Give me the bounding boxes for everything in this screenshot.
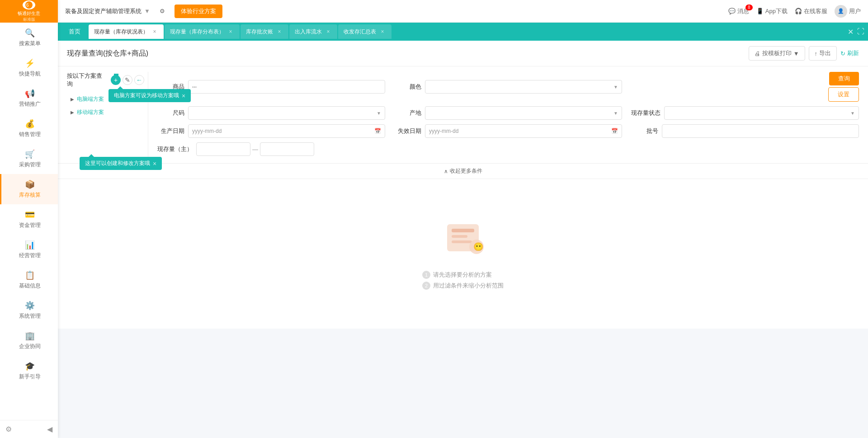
tab-label-5: 收发存汇总表: [344, 28, 376, 36]
query-header: 按以下方案查询 + ✎ ←: [67, 72, 144, 88]
header-right: 💬 消息 8 📱 App下载 🎧 在线客服 👤 用户: [728, 5, 861, 18]
filter-label-origin: 产地: [394, 109, 421, 117]
sidebar-item-inventory[interactable]: 📦 库存核算: [0, 174, 58, 204]
inventory-icon: 📦: [25, 179, 35, 189]
filter-select-goods[interactable]: ···: [188, 80, 385, 94]
tab-bar: 首页 现存量（库存状况表） × 现存量（库存分布表） × 库存批次账 × 出入库…: [58, 23, 868, 41]
sidebar-item-label-purchase: 采购管理: [19, 161, 41, 169]
tab-item-2[interactable]: 现存量（库存分布表） ×: [165, 24, 240, 39]
app-download-btn[interactable]: 📱 App下载: [756, 7, 788, 15]
filter-item-batch: 批号: [631, 124, 859, 138]
sidebar-item-label-search: 搜索菜单: [19, 40, 41, 47]
filter-content: 商品 ··· 颜色 ▼: [148, 72, 859, 158]
filter-range-sep: —: [252, 146, 258, 153]
sidebar-item-system[interactable]: ⚙️ 系统管理: [0, 295, 58, 325]
filter-size-arrow: ▼: [377, 111, 381, 116]
tab-close-3[interactable]: ×: [276, 28, 283, 35]
header-left: 装备及固定资产辅助管理系统 ▼ ⚙ 体验行业方案: [65, 5, 222, 18]
create-tooltip-close[interactable]: ×: [153, 160, 156, 167]
filter-date-prod[interactable]: yyyy-mm-dd 📅: [188, 124, 385, 138]
sidebar-item-purchase[interactable]: 🛒 采购管理: [0, 144, 58, 174]
sidebar-item-quick[interactable]: ⚡ 快捷导航: [0, 53, 58, 83]
purchase-icon: 🛒: [25, 149, 35, 159]
collapse-bar[interactable]: ∧ 收起更多条件: [58, 164, 868, 179]
tab-item-4[interactable]: 出入库流水 ×: [289, 24, 337, 39]
tab-close-all-icon[interactable]: ✕: [848, 28, 854, 36]
print-btn[interactable]: 🖨 按模板打印 ▼: [749, 46, 805, 61]
app-download-label: App下载: [765, 7, 788, 15]
sidebar-item-label-marketing: 营销推广: [19, 100, 41, 108]
user-avatar: 👤: [835, 5, 847, 18]
main-content: 装备及固定资产辅助管理系统 ▼ ⚙ 体验行业方案 💬 消息 8 📱 App下载 …: [58, 0, 868, 438]
back-btn[interactable]: ←: [134, 75, 144, 85]
reset-button[interactable]: 设置: [828, 87, 859, 102]
sidebar-item-basic[interactable]: 📋 基础信息: [0, 265, 58, 295]
basic-icon: 📋: [25, 270, 35, 280]
tab-label-2: 现存量（库存分布表）: [170, 28, 224, 36]
enterprise-icon: 🏢: [25, 331, 35, 341]
edit-scheme-btn[interactable]: ✎: [123, 75, 132, 85]
experience-button[interactable]: 体验行业方案: [175, 5, 222, 18]
svg-text:6: 6: [26, 3, 29, 8]
sidebar-settings-btn[interactable]: ⚙: [5, 425, 12, 433]
notify-badge: 8: [745, 5, 753, 10]
notify-btn[interactable]: 💬 消息 8: [728, 7, 749, 15]
page-inner: 现存量查询(按仓库+商品) 🖨 按模板打印 ▼ ↑ 导出 ↻ 刷新: [58, 41, 868, 329]
filter-range-max[interactable]: [260, 142, 314, 156]
sidebar-item-sales[interactable]: 💰 销售管理: [0, 113, 58, 144]
print-dropdown-icon: ▼: [793, 50, 799, 57]
filter-label-prod-date: 生产日期: [157, 127, 184, 135]
filter-exp-date-placeholder: yyyy-mm-dd: [429, 128, 458, 134]
refresh-btn[interactable]: ↻ 刷新: [840, 49, 859, 57]
filter-select-origin[interactable]: ▼: [425, 106, 622, 120]
filter-select-stock-status[interactable]: ▼: [664, 106, 859, 120]
scheme-mobile-header[interactable]: ▶ 移动端方案: [67, 107, 144, 118]
sidebar-item-label-system: 系统管理: [19, 312, 41, 320]
tab-item-1[interactable]: 现存量（库存状况表） ×: [89, 24, 164, 39]
scheme-tooltip-box: 电脑方案可设为移动方案哦 ×: [108, 89, 191, 102]
tab-label-1: 现存量（库存状况表）: [94, 28, 148, 36]
search-icon: 🔍: [25, 28, 35, 38]
tab-item-5[interactable]: 收发存汇总表 ×: [338, 24, 392, 39]
sidebar-item-search[interactable]: 🔍 搜索菜单: [0, 23, 58, 53]
mobile-scheme-name: 移动端方案: [77, 108, 104, 116]
online-service-icon: 🎧: [795, 8, 802, 14]
filter-label-stock-status: 现存量状态: [631, 109, 660, 117]
filter-label-color: 颜色: [394, 83, 421, 91]
sidebar-item-guide[interactable]: 🎓 新手引导: [0, 356, 58, 386]
page-header: 现存量查询(按仓库+商品) 🖨 按模板打印 ▼ ↑ 导出 ↻ 刷新: [58, 41, 868, 66]
scheme-tooltip-close[interactable]: ×: [182, 92, 185, 99]
sidebar-item-enterprise[interactable]: 🏢 企业协同: [0, 325, 58, 356]
filter-date-exp[interactable]: yyyy-mm-dd 📅: [425, 124, 622, 138]
sidebar-item-label-basic: 基础信息: [19, 282, 41, 290]
empty-steps: 1 请先选择要分析的方案 2 用过滤条件来缩小分析范围: [422, 271, 504, 292]
query-button[interactable]: 查询: [829, 72, 859, 85]
tab-close-5[interactable]: ×: [379, 28, 386, 35]
tab-fullscreen-icon[interactable]: ⛶: [857, 28, 864, 36]
filter-input-batch[interactable]: [662, 124, 859, 138]
empty-state: 😶 1 请先选择要分析的方案 2 用过滤条件来缩小分析范围: [58, 179, 868, 329]
desktop-scheme-name: 电脑端方案: [77, 95, 104, 103]
filter-item-prod-date: 生产日期 yyyy-mm-dd 📅: [157, 124, 385, 138]
sidebar-item-operations[interactable]: 📊 经营管理: [0, 235, 58, 265]
filter-select-size[interactable]: ▼: [188, 106, 385, 120]
user-btn[interactable]: 👤 用户: [835, 5, 861, 18]
filter-label-stock-qty: 现存量（主）: [157, 145, 193, 153]
filter-range-min[interactable]: [196, 142, 250, 156]
filter-goods-dots: ···: [192, 84, 197, 90]
tab-close-1[interactable]: ×: [151, 28, 158, 35]
system-dropdown-icon[interactable]: ▼: [144, 8, 150, 14]
tab-label-4: 出入库流水: [295, 28, 322, 36]
sidebar-item-capital[interactable]: 💳 资金管理: [0, 204, 58, 235]
sidebar-collapse-btn[interactable]: ◀: [47, 425, 52, 433]
filter-select-color[interactable]: ▼: [425, 80, 622, 94]
user-name: 用户: [849, 7, 861, 15]
online-service-btn[interactable]: 🎧 在线客服: [795, 7, 827, 15]
tab-item-3[interactable]: 库存批次账 ×: [241, 24, 288, 39]
tab-home[interactable]: 首页: [61, 23, 88, 41]
sidebar-item-marketing[interactable]: 📢 营销推广: [0, 83, 58, 113]
header-settings-btn[interactable]: ⚙: [156, 5, 169, 18]
export-btn[interactable]: ↑ 导出: [809, 46, 837, 61]
tab-close-4[interactable]: ×: [325, 28, 332, 35]
tab-close-2[interactable]: ×: [227, 28, 234, 35]
